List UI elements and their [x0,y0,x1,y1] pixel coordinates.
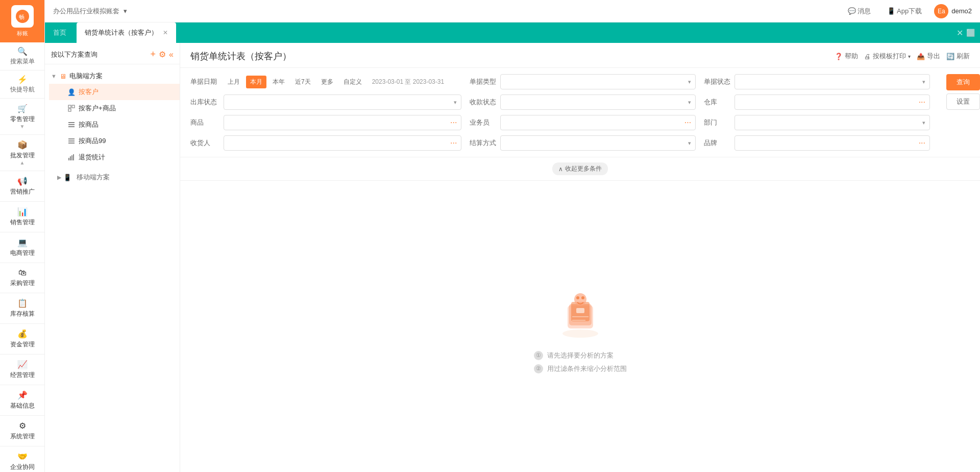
left-panel-header: 按以下方案查询 + ⚙ « [45,49,180,64]
collapse-panel-btn[interactable]: « [169,49,174,60]
receiver-label: 收货人 [190,138,224,148]
tab-sales-stats[interactable]: 销货单统计表（按客户） ✕ [77,22,176,43]
desktop-scheme-header[interactable]: ▼ 🖥 电脑端方案 [45,68,180,84]
content-area: 按以下方案查询 + ⚙ « ▼ 🖥 电脑端方案 👤 按客户 [45,43,980,472]
out-status-select[interactable]: ▾ [224,95,461,110]
date-btn-more[interactable]: 更多 [317,76,337,88]
goods-input[interactable]: ··· [224,115,461,130]
tab-maximize-icon[interactable]: ⬜ [966,29,975,37]
tip-num-1: ① [534,351,543,360]
collapse-icon: ∧ [558,166,563,173]
warehouse-dots[interactable]: ··· [919,98,925,107]
date-btn-this-year[interactable]: 本年 [268,76,289,88]
svg-rect-6 [68,124,75,125]
filter-fields: 单据日期 上月 本月 本年 近7天 更多 自定义 2023-03-01 至 20… [180,68,940,157]
salesperson-dots[interactable]: ··· [684,118,691,127]
topbar-user[interactable]: Ea demo2 [934,4,972,18]
refresh-btn[interactable]: 🔄 刷新 [946,52,970,61]
topbar-right: 💬 消息 📱 App下载 Ea demo2 [844,4,972,18]
topbar-username: demo2 [951,7,972,15]
receipt-status-select[interactable]: ▾ [500,95,696,110]
quick-nav-icon: ⚡ [17,75,28,84]
receipt-status-label: 收款状态 [470,98,500,107]
refresh-icon: 🔄 [946,53,954,60]
sidebar-item-sales[interactable]: 📊 销售管理 [0,202,44,232]
query-button[interactable]: 查询 [946,74,980,90]
topbar-left: 办公用品行业模拟账套 ▾ [53,7,127,16]
sidebar-item-ecommerce[interactable]: 💻 电商管理 [0,232,44,263]
topbar-app-btn[interactable]: 📱 App下载 [883,5,926,18]
sidebar-item-operations[interactable]: 📈 经营管理 [0,355,44,385]
receiver-group: 收货人 ··· [190,135,461,151]
empty-tip-1: ① 请先选择要分析的方案 [534,351,627,360]
order-status-select[interactable]: ▾ [734,74,930,89]
sales-icon: 📊 [17,207,28,217]
settings-button[interactable]: 设置 [946,93,980,110]
sidebar-item-system[interactable]: ⚙ 系统管理 [0,416,44,446]
scheme-item-by-customer[interactable]: 👤 按客户 [49,84,180,100]
scheme-item-by-goods[interactable]: 按商品 [49,116,180,133]
sidebar-item-inventory[interactable]: 📋 库存核算 [0,293,44,324]
date-btn-last-month[interactable]: 上月 [224,76,244,88]
sidebar-logo-text: 标账 [17,30,28,37]
left-panel-actions: + ⚙ « [151,49,174,60]
collapse-btn[interactable]: ∧ 收起更多条件 [552,162,608,175]
return-stats-icon [67,153,76,161]
sidebar-item-retail[interactable]: 🛒 零售管理 ▼ [0,99,44,135]
retail-expand-icon: ▼ [20,124,25,129]
date-btn-custom[interactable]: 自定义 [339,76,366,88]
sidebar-item-wholesale[interactable]: 📦 批发管理 ▲ [0,135,44,171]
sidebar-item-marketing[interactable]: 📢 营销推广 [0,171,44,202]
svg-rect-14 [73,154,74,160]
tab-close-btn[interactable]: ✕ [163,29,168,36]
receiver-dots[interactable]: ··· [450,138,457,148]
sidebar-item-finance[interactable]: 💰 资金管理 [0,324,44,355]
add-scheme-btn[interactable]: + [151,49,156,60]
print-dropdown-arrow[interactable]: ▾ [908,54,911,59]
topbar-dropdown-arrow[interactable]: ▾ [124,7,127,15]
settings-scheme-btn[interactable]: ⚙ [159,49,166,60]
sidebar-item-purchase[interactable]: 🛍 采购管理 [0,263,44,293]
scheme-item-customer-goods[interactable]: 按客户+商品 [49,100,180,116]
topbar-msg-btn[interactable]: 💬 消息 [844,5,875,18]
svg-rect-5 [68,122,75,123]
help-btn[interactable]: ❓ 帮助 [835,52,858,61]
date-btn-this-month[interactable]: 本月 [246,76,266,88]
date-btn-7days[interactable]: 近7天 [291,76,315,88]
sidebar-search-nav[interactable]: 🔍 搜索菜单 [0,42,44,70]
filter-container: 单据日期 上月 本月 本年 近7天 更多 自定义 2023-03-01 至 20… [180,68,980,157]
export-label: 导出 [927,52,940,61]
mobile-scheme-icon: 📱 [63,174,71,181]
goods-dots[interactable]: ··· [450,118,457,127]
order-type-select[interactable]: ▾ [500,74,696,89]
sidebar-item-collaboration[interactable]: 🤝 企业协同 [0,446,44,472]
export-btn[interactable]: 📤 导出 [917,52,940,61]
tab-home[interactable]: 首页 [45,22,75,43]
date-filter-group: 单据日期 上月 本月 本年 近7天 更多 自定义 2023-03-01 至 20… [190,76,461,88]
receiver-input[interactable]: ··· [224,135,461,151]
order-status-arrow: ▾ [922,79,925,85]
department-select[interactable]: ▾ [734,115,930,130]
filter-row-2: 出库状态 ▾ 收款状态 ▾ [190,95,930,110]
settle-group: 结算方式 ▾ [470,135,696,151]
scheme-item-by-goods99[interactable]: 按商品99 [49,133,180,149]
salesperson-label: 业务员 [470,118,500,127]
desktop-scheme-items: 👤 按客户 按客户+商品 按商品 [45,84,180,166]
brand-dots[interactable]: ··· [919,138,925,148]
scheme-item-return-stats[interactable]: 退货统计 [49,149,180,166]
settle-select[interactable]: ▾ [500,135,696,151]
warehouse-input[interactable]: ··· [734,95,930,110]
sidebar-item-basic-info[interactable]: 📌 基础信息 [0,385,44,416]
mobile-scheme-header[interactable]: ▶ 📱 移动端方案 [45,170,180,185]
salesperson-input[interactable]: ··· [500,115,696,130]
tab-close-window-icon[interactable]: ✕ [957,28,963,38]
svg-point-20 [576,296,579,299]
brand-input[interactable]: ··· [734,135,930,151]
desktop-scheme-arrow: ▼ [51,73,57,79]
receipt-status-group: 收款状态 ▾ [470,95,696,110]
sidebar-logo[interactable]: 畅 标账 [0,0,44,42]
print-btn[interactable]: 🖨 按模板打印 ▾ [864,52,911,61]
collaboration-icon: 🤝 [17,452,28,461]
svg-rect-13 [71,155,72,160]
sidebar-quick-nav[interactable]: ⚡ 快捷导航 [0,70,44,99]
